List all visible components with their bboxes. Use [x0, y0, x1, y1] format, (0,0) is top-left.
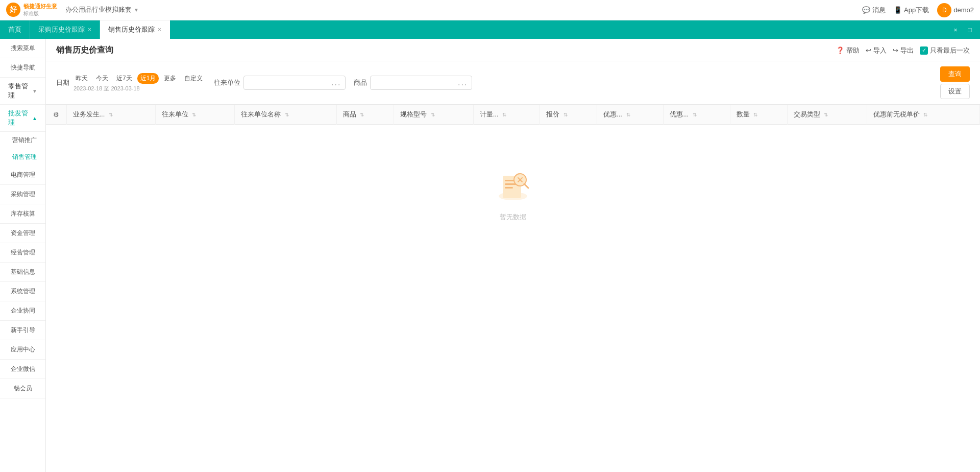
table-col-counterpart-code[interactable]: 往来单位 ⇅ — [155, 105, 235, 125]
sidebar-item-marketing[interactable]: 营销推广 — [0, 132, 45, 149]
retail-arrow-icon: ▼ — [32, 88, 37, 94]
sidebar-item-newbie[interactable]: 新手引导 — [0, 321, 45, 340]
tab-home[interactable]: 首页 — [0, 20, 30, 39]
only-last-label: 只看最后一次 — [930, 46, 970, 55]
sidebar-item-sales-manage[interactable]: 销售管理 — [0, 149, 45, 166]
table-col-gear[interactable]: ⚙ — [46, 105, 66, 125]
content-area: 销售历史价查询 ❓ 帮助 ↩ 导入 ↪ 导出 ✓ — [46, 39, 980, 472]
table-col-counterpart-name[interactable]: 往来单位名称 ⇅ — [235, 105, 337, 125]
table-col-quote[interactable]: 报价 ⇅ — [540, 105, 597, 125]
sort-icon-quote: ⇅ — [564, 112, 568, 117]
export-button[interactable]: ↪ 导出 — [893, 46, 914, 55]
sort-icon-goods: ⇅ — [360, 112, 364, 117]
col-quote-label: 报价 — [546, 110, 559, 118]
app-download-label: App下载 — [904, 6, 929, 15]
only-last-toggle[interactable]: ✓ 只看最后一次 — [920, 46, 970, 55]
col-counterpart-name-label: 往来单位名称 — [241, 110, 281, 118]
sidebar-item-wechat[interactable]: 企业微信 — [0, 360, 45, 379]
sidebar-wholesale-label: 批发管理 — [8, 109, 32, 127]
table-col-goods[interactable]: 商品 ⇅ — [336, 105, 394, 125]
sort-icon-discount1: ⇅ — [626, 112, 630, 117]
app-selector-label: 办公用品行业模拟账套 — [65, 5, 132, 14]
tab-sales-close-icon[interactable]: × — [158, 27, 161, 33]
filter-area: 日期 昨天 今天 近7天 近1月 更多 自定义 2023-02-18 至 202… — [46, 61, 980, 105]
table-col-qty[interactable]: 数量 ⇅ — [730, 105, 787, 125]
sidebar-item-search-menu[interactable]: 搜索菜单 — [0, 39, 45, 58]
sidebar-item-purchase[interactable]: 采购管理 — [0, 185, 45, 204]
query-button[interactable]: 查询 — [940, 66, 970, 82]
tab-close-all-button[interactable]: × — [949, 23, 962, 36]
sidebar-marketing-label: 营销推广 — [12, 136, 37, 144]
sidebar-ecommerce-label: 电商管理 — [11, 171, 35, 179]
sidebar-item-finance[interactable]: 资金管理 — [0, 224, 45, 243]
sidebar-item-system[interactable]: 系统管理 — [0, 282, 45, 301]
sidebar-item-enterprise[interactable]: 企业协同 — [0, 301, 45, 321]
sidebar-item-operation[interactable]: 经营管理 — [0, 243, 45, 263]
table-col-discount2[interactable]: 优惠... ⇅ — [664, 105, 730, 125]
date-tab-yesterday[interactable]: 昨天 — [72, 73, 91, 84]
sort-icon-unit: ⇅ — [502, 112, 506, 117]
svg-rect-2 — [505, 180, 515, 181]
import-button[interactable]: ↩ 导入 — [866, 46, 887, 55]
tab-purchase-close-icon[interactable]: × — [88, 27, 91, 33]
username-label: demo2 — [953, 6, 974, 14]
col-unit-label: 计量... — [480, 110, 499, 118]
sort-icon-spec: ⇅ — [431, 112, 435, 117]
user-area[interactable]: D demo2 — [937, 3, 974, 17]
date-tab-last1m[interactable]: 近1月 — [137, 73, 159, 84]
date-tab-more[interactable]: 更多 — [161, 73, 179, 84]
sidebar-item-inventory[interactable]: 库存核算 — [0, 204, 45, 224]
col-biz-date-label: 业务发生... — [73, 110, 105, 118]
col-counterpart-code-label: 往来单位 — [162, 110, 188, 118]
table-col-discount1[interactable]: 优惠... ⇅ — [597, 105, 664, 125]
tab-purchase-history[interactable]: 采购历史价跟踪 × — [30, 20, 100, 39]
message-button[interactable]: 💬 消息 — [862, 6, 886, 15]
date-filter-label: 日期 — [56, 78, 69, 87]
tab-sales-history[interactable]: 销售历史价跟踪 × — [100, 20, 170, 39]
empty-state: 暂无数据 — [46, 125, 980, 263]
sidebar-appcenter-label: 应用中心 — [11, 345, 35, 354]
import-label: 导入 — [873, 46, 887, 55]
date-tab-custom[interactable]: 自定义 — [181, 73, 206, 84]
sidebar-item-wholesale-manage[interactable]: 批发管理 ▲ — [0, 105, 45, 132]
date-tab-last7[interactable]: 近7天 — [113, 73, 135, 84]
table-col-biz-date[interactable]: 业务发生... ⇅ — [66, 105, 155, 125]
app-selector[interactable]: 办公用品行业模拟账套 ▼ — [61, 3, 143, 16]
sort-icon-counterpart-name: ⇅ — [285, 112, 289, 117]
logo-area: 好 畅捷通好生意 标准版 — [6, 3, 57, 17]
table-col-spec[interactable]: 规格型号 ⇅ — [394, 105, 473, 125]
app-download-button[interactable]: 📱 App下载 — [894, 6, 929, 15]
date-tab-today[interactable]: 今天 — [93, 73, 111, 84]
table-header-row: ⚙ 业务发生... ⇅ 往来单位 ⇅ 往来单位名称 ⇅ — [46, 105, 980, 125]
avatar: D — [937, 3, 951, 17]
sidebar-item-retail-manage[interactable]: 零售管理 ▼ — [0, 78, 45, 105]
download-icon: 📱 — [894, 6, 902, 14]
sidebar-item-app-center[interactable]: 应用中心 — [0, 340, 45, 360]
help-icon: ❓ — [836, 46, 844, 54]
goods-input[interactable]: ... — [370, 76, 472, 90]
header-left: 好 畅捷通好生意 标准版 办公用品行业模拟账套 ▼ — [6, 3, 143, 17]
top-header: 好 畅捷通好生意 标准版 办公用品行业模拟账套 ▼ 💬 消息 📱 App下载 D… — [0, 0, 980, 20]
sidebar-item-basic-info[interactable]: 基础信息 — [0, 263, 45, 282]
counterpart-input[interactable]: ... — [243, 76, 346, 90]
table-col-no-tax-price[interactable]: 优惠前无税单价 ⇅ — [867, 105, 979, 125]
empty-icon — [493, 166, 533, 206]
sidebar-item-vip[interactable]: 畅会员 — [0, 379, 45, 398]
table-col-trade-type[interactable]: 交易类型 ⇅ — [787, 105, 867, 125]
sidebar-item-ecommerce[interactable]: 电商管理 — [0, 166, 45, 185]
page-actions: ❓ 帮助 ↩ 导入 ↪ 导出 ✓ 只看最后一次 — [836, 46, 970, 55]
export-icon: ↪ — [893, 46, 898, 54]
tab-maximize-button[interactable]: □ — [964, 23, 976, 36]
help-button[interactable]: ❓ 帮助 — [836, 46, 860, 55]
settings-button[interactable]: 设置 — [940, 84, 970, 99]
tab-home-label: 首页 — [8, 25, 21, 34]
table-col-unit[interactable]: 计量... ⇅ — [473, 105, 540, 125]
empty-text: 暂无数据 — [500, 213, 526, 222]
counterpart-filter-group: 往来单位 ... — [214, 76, 346, 90]
col-no-tax-price-label: 优惠前无税单价 — [873, 110, 920, 118]
page-title: 销售历史价查询 — [56, 45, 113, 56]
sidebar-item-quick-nav[interactable]: 快捷导航 — [0, 58, 45, 78]
import-icon: ↩ — [866, 46, 871, 54]
date-filter-group: 日期 昨天 今天 近7天 近1月 更多 自定义 2023-02-18 至 202… — [56, 73, 206, 92]
sidebar-basic-label: 基础信息 — [11, 268, 35, 276]
